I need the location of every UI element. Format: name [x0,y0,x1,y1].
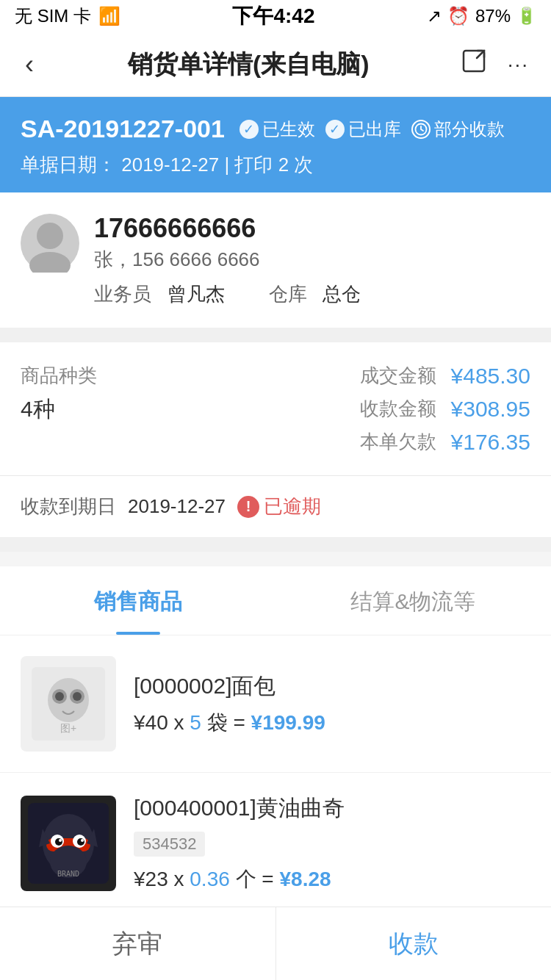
svg-text:BRAND: BRAND [57,870,79,878]
nav-bar: ‹ 销货单详情(来自电脑) ··· [0,32,551,97]
order-date-line: 单据日期： 2019-12-27 | 打印 2 次 [21,152,530,178]
status-effective: ✓ 已生效 [240,118,315,141]
product-name-2: [000400001]黄油曲奇 [134,793,530,824]
customer-phone: 17666666666 [94,213,260,244]
warehouse-item: 仓库 总仓 [269,281,361,307]
due-date-value: 2019-12-27 [128,495,226,518]
status-partial: 部分收款 [411,118,505,141]
list-item: 图+ [0000002]面包 ¥40 x 5 袋 = ¥199.99 [0,635,551,773]
status-right: ↗ ⏰ 87% 🔋 [427,6,536,26]
total-1: ¥199.99 [251,711,325,734]
tab-settle[interactable]: 结算&物流等 [276,566,551,635]
customer-name: 张，156 6666 6666 [94,247,260,273]
export-button[interactable] [456,43,491,85]
product-info-1: [0000002]面包 ¥40 x 5 袋 = ¥199.99 [134,671,530,737]
product-name-1: [0000002]面包 [134,671,530,702]
confirm-button[interactable]: 收款 [276,907,552,980]
overdue-icon: ! [237,496,259,518]
svg-text:图+: 图+ [60,722,76,734]
sales-rep-value: 曾凡杰 [168,283,225,305]
amount-value: ¥485.30 [451,364,530,389]
back-button[interactable]: ‹ [18,42,41,87]
amount-label: 成交金额 [360,363,436,389]
received-label: 收款金额 [360,396,436,422]
received-row: 收款金额 ¥308.95 [360,396,530,422]
overdue-text: 已逾期 [264,494,321,519]
page-title: 销货单详情(来自电脑) [41,48,456,82]
due-section: 收款到期日 2019-12-27 ! 已逾期 [0,476,551,537]
product-price-1: ¥40 x 5 袋 = ¥199.99 [134,709,530,737]
debt-value: ¥176.35 [451,430,530,455]
status-left: 无 SIM 卡 📶 [15,4,120,28]
product-price-2: ¥23 x 0.36 个 = ¥8.28 [134,865,530,893]
debt-label: 本单欠款 [360,429,436,455]
svg-point-19 [81,839,84,842]
qty-1: 5 [190,711,201,734]
products-list: 图+ [0000002]面包 ¥40 x 5 袋 = ¥199.99 [0,635,551,915]
tabs-row: 销售商品 结算&物流等 [0,566,551,635]
cancel-button[interactable]: 弃审 [0,907,276,980]
due-label: 收款到期日 [21,494,116,519]
product-info-2: [000400001]黄油曲奇 534532 ¥23 x 0.36 个 = ¥8… [134,793,530,893]
type-value: 4种 [21,394,97,425]
sales-rep-item: 业务员 曾凡杰 [94,281,225,307]
more-button[interactable]: ··· [503,48,533,81]
bottom-bar: 弃审 收款 [0,907,551,980]
svg-point-9 [73,692,82,701]
check-icon-2: ✓ [325,120,345,139]
list-item: BRAND [000400001]黄油曲奇 534532 ¥23 x 0.36 … [0,773,551,915]
divider-2 [0,537,551,552]
order-id: SA-20191227-001 [21,115,225,143]
svg-point-17 [77,838,84,846]
nav-actions: ··· [456,43,533,85]
received-value: ¥308.95 [451,397,530,422]
alarm-icon: ⏰ [447,6,469,26]
tabs-section: 销售商品 结算&物流等 [0,566,551,635]
battery-label: 87% [475,6,511,26]
avatar [21,214,79,273]
status-shipped: ✓ 已出库 [325,118,401,141]
svg-point-18 [59,839,62,842]
summary-section: 商品种类 4种 成交金额 ¥485.30 收款金额 ¥308.95 本单欠款 ¥… [0,342,551,475]
location-icon: ↗ [427,6,442,26]
svg-point-16 [55,838,62,846]
debt-row: 本单欠款 ¥176.35 [360,429,530,455]
product-sku-2: 534532 [134,832,205,857]
amount-row: 成交金额 ¥485.30 [360,363,530,389]
warehouse-value: 总仓 [323,283,361,305]
summary-left: 商品种类 4种 [21,363,97,425]
battery-icon: 🔋 [516,7,536,26]
total-2: ¥8.28 [279,868,331,890]
customer-details: 业务员 曾凡杰 仓库 总仓 [94,281,530,307]
warehouse-label: 仓库 [269,283,307,305]
order-header: SA-20191227-001 ✓ 已生效 ✓ 已出库 部分收款 [0,97,551,192]
check-icon-1: ✓ [240,120,259,139]
status-time: 下午4:42 [232,2,314,30]
carrier-label: 无 SIM 卡 [15,4,91,28]
customer-section: 17666666666 张，156 6666 6666 业务员 曾凡杰 仓库 总… [0,192,551,328]
product-thumb-1: 图+ [21,656,116,752]
product-thumb-2: BRAND [21,796,116,891]
summary-right: 成交金额 ¥485.30 收款金额 ¥308.95 本单欠款 ¥176.35 [360,363,530,455]
svg-point-8 [55,692,64,701]
tab-sales[interactable]: 销售商品 [0,566,276,635]
divider-1 [0,328,551,342]
sales-rep-label: 业务员 [94,283,151,305]
status-badges: ✓ 已生效 ✓ 已出库 部分收款 [240,118,505,141]
type-label: 商品种类 [21,363,97,389]
svg-point-2 [37,223,63,249]
qty-2: 0.36 [190,868,230,890]
wifi-icon: 📶 [98,6,120,26]
overdue-badge: ! 已逾期 [237,494,321,519]
svg-point-3 [29,252,71,273]
status-bar: 无 SIM 卡 📶 下午4:42 ↗ ⏰ 87% 🔋 [0,0,551,32]
clock-icon [411,120,431,139]
